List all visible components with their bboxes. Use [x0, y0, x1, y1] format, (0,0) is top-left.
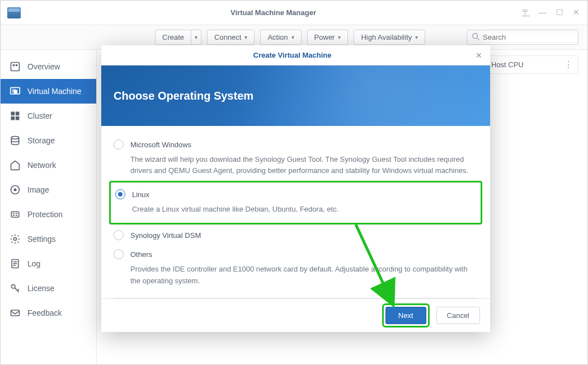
sidebar-item-protection[interactable]: Protection [1, 202, 96, 227]
dialog-heading: Choose Operating System [114, 90, 253, 102]
svg-rect-3 [13, 64, 15, 66]
cluster-icon [10, 110, 21, 121]
sidebar-item-label: License [27, 284, 54, 293]
dialog-body: Microsoft Windows The wizard will help y… [101, 126, 490, 298]
create-dropdown-caret[interactable]: ▾ [191, 30, 201, 45]
search-input[interactable] [483, 33, 577, 41]
svg-point-20 [14, 238, 17, 241]
os-option-windows: Microsoft Windows The wizard will help y… [114, 136, 478, 184]
window-controls: 〒 — ☐ ✕ [521, 8, 581, 18]
os-option-label: Microsoft Windows [130, 141, 191, 149]
svg-point-14 [14, 189, 17, 191]
next-button[interactable]: Next [385, 307, 426, 324]
column-header-host-cpu[interactable]: Host CPU [491, 60, 524, 69]
window-title: Virtual Machine Manager [25, 8, 521, 17]
app-window: Virtual Machine Manager 〒 — ☐ ✕ Create ▾… [0, 0, 588, 365]
log-icon [10, 258, 21, 269]
os-radio-row[interactable]: Microsoft Windows [114, 139, 478, 149]
overview-icon [10, 61, 21, 72]
dialog-titlebar: Create Virtual Machine ✕ [101, 45, 490, 65]
svg-point-0 [473, 34, 478, 39]
sidebar: Overview Virtual Machine Cluster Storage… [1, 50, 97, 364]
sidebar-item-label: Network [27, 161, 56, 170]
sidebar-item-virtual-machine[interactable]: Virtual Machine [1, 79, 96, 104]
svg-rect-9 [16, 112, 20, 116]
maximize-icon[interactable]: ☐ [555, 8, 564, 18]
search-icon [472, 32, 479, 42]
radio-icon[interactable] [115, 189, 125, 199]
sidebar-item-feedback[interactable]: Feedback [1, 301, 96, 325]
svg-rect-2 [11, 63, 20, 71]
svg-rect-17 [13, 215, 15, 216]
high-availability-button[interactable]: High Availability▾ [354, 30, 425, 45]
underline-icon[interactable]: 〒 [521, 8, 530, 18]
dialog-title: Create Virtual Machine [109, 51, 476, 59]
titlebar: Virtual Machine Manager 〒 — ☐ ✕ [1, 1, 587, 25]
sidebar-item-label: Protection [27, 210, 63, 219]
os-option-desc: The wizard will help you download the Sy… [114, 149, 478, 179]
os-option-desc: Provides the IDE controller and E1000 ne… [114, 259, 478, 288]
sidebar-item-label: Log [27, 259, 40, 268]
radio-icon[interactable] [114, 230, 124, 240]
os-radio-row[interactable]: Linux [115, 189, 476, 199]
gear-icon [10, 233, 21, 245]
svg-point-25 [11, 284, 15, 288]
dialog-footer: Next Cancel [101, 298, 490, 332]
os-option-linux: Linux Create a Linux virtual machine lik… [115, 186, 476, 218]
sidebar-item-storage[interactable]: Storage [1, 128, 96, 153]
close-dialog-icon[interactable]: ✕ [476, 51, 482, 60]
svg-rect-18 [16, 213, 17, 214]
annotation-highlight-box: Linux Create a Linux virtual machine lik… [109, 181, 482, 224]
svg-line-1 [477, 38, 479, 40]
action-button[interactable]: Action▾ [260, 30, 301, 45]
dialog-hero: Choose Operating System [101, 65, 490, 126]
connect-button[interactable]: Connect▾ [207, 30, 255, 45]
radio-icon[interactable] [114, 249, 124, 259]
virtual-machine-icon [10, 86, 21, 97]
svg-rect-7 [14, 90, 18, 94]
os-radio-row[interactable]: Synology Virtual DSM [114, 230, 478, 240]
svg-rect-15 [11, 212, 18, 217]
create-vm-dialog: Create Virtual Machine ✕ Choose Operatin… [101, 45, 490, 332]
sidebar-item-image[interactable]: Image [1, 177, 96, 202]
key-icon [10, 283, 21, 294]
protection-icon [10, 209, 21, 220]
search-box[interactable] [467, 30, 578, 45]
minimize-icon[interactable]: — [538, 8, 547, 18]
svg-rect-11 [16, 116, 20, 120]
svg-rect-26 [11, 310, 20, 316]
sidebar-item-license[interactable]: License [1, 276, 96, 301]
annotation-highlight-next: Next [382, 303, 430, 327]
sidebar-item-label: Overview [27, 62, 60, 71]
os-option-label: Linux [132, 190, 149, 199]
column-menu-icon[interactable]: ⋮ [564, 59, 573, 70]
svg-rect-8 [11, 112, 15, 116]
image-icon [10, 184, 21, 195]
sidebar-item-cluster[interactable]: Cluster [1, 104, 96, 128]
sidebar-item-settings[interactable]: Settings [1, 227, 96, 251]
os-option-desc: Create a Linux virtual machine like Debi… [115, 199, 476, 217]
sidebar-item-label: Feedback [27, 308, 62, 317]
mail-icon [10, 307, 21, 319]
power-button[interactable]: Power▾ [307, 30, 349, 45]
sidebar-item-network[interactable]: Network [1, 153, 96, 177]
os-radio-row[interactable]: Others [114, 249, 478, 259]
close-window-icon[interactable]: ✕ [572, 8, 581, 18]
create-button[interactable]: Create [155, 30, 191, 45]
svg-point-12 [11, 137, 18, 139]
radio-icon[interactable] [114, 139, 124, 149]
sidebar-item-log[interactable]: Log [1, 251, 96, 276]
sidebar-item-label: Storage [27, 136, 55, 145]
os-option-others: Others Provides the IDE controller and E… [114, 246, 478, 294]
network-icon [10, 160, 21, 171]
os-option-vdsm: Synology Virtual DSM [114, 227, 478, 246]
sidebar-item-label: Cluster [27, 111, 52, 120]
svg-rect-16 [13, 213, 15, 214]
storage-icon [10, 135, 21, 146]
cancel-button[interactable]: Cancel [436, 307, 480, 324]
create-button-group: Create ▾ [155, 30, 201, 45]
sidebar-item-label: Settings [27, 235, 56, 244]
sidebar-item-overview[interactable]: Overview [1, 54, 96, 79]
svg-rect-4 [16, 64, 17, 66]
svg-rect-19 [16, 215, 17, 216]
